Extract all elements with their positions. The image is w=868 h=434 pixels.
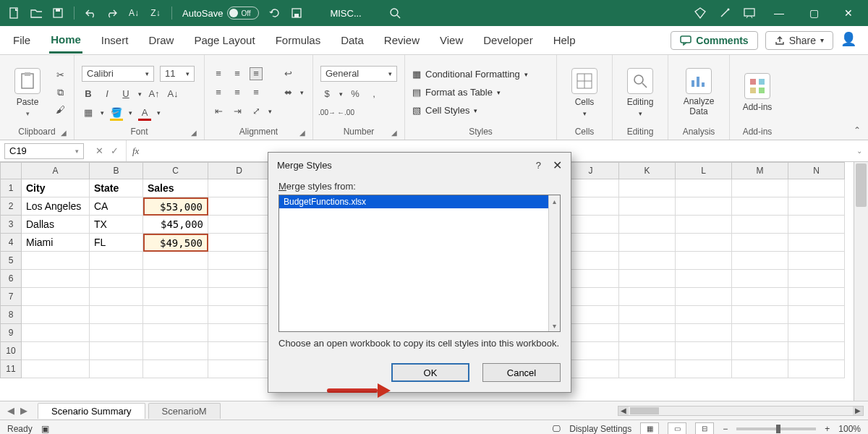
cell[interactable] — [788, 234, 845, 252]
cell[interactable] — [788, 179, 845, 197]
cell[interactable] — [22, 324, 90, 342]
cell[interactable] — [788, 342, 845, 360]
zoom-out-icon[interactable]: − — [723, 424, 728, 434]
row-header[interactable]: 11 — [0, 360, 22, 378]
cell[interactable] — [788, 197, 845, 216]
align-left-icon[interactable]: ≡ — [212, 86, 225, 99]
cell[interactable] — [22, 342, 90, 360]
comments-button[interactable]: Comments — [671, 31, 757, 50]
cell[interactable] — [676, 270, 732, 288]
cell[interactable] — [143, 324, 208, 342]
row-header[interactable]: 5 — [0, 252, 22, 270]
align-center-icon[interactable]: ≡ — [231, 86, 244, 99]
cell[interactable] — [619, 288, 676, 306]
cell[interactable]: $45,000 — [143, 216, 208, 234]
cell[interactable] — [90, 324, 143, 342]
cell[interactable] — [619, 234, 676, 252]
listbox-scrollbar[interactable]: ▴▾ — [548, 195, 560, 331]
name-box[interactable]: C19▾ — [4, 143, 84, 159]
column-header[interactable]: L — [676, 162, 732, 179]
select-all-corner[interactable] — [0, 162, 22, 179]
cell[interactable] — [788, 288, 845, 306]
cell[interactable]: $49,500 — [143, 234, 208, 252]
cell[interactable] — [143, 342, 208, 360]
cell-styles-button[interactable]: ▧Cell Styles▾ — [412, 103, 528, 117]
column-header[interactable]: A — [22, 162, 90, 179]
cell[interactable] — [619, 342, 676, 360]
cell[interactable] — [90, 270, 143, 288]
search-icon[interactable] — [389, 7, 401, 19]
list-item[interactable]: BudgetFunctions.xlsx — [279, 195, 560, 208]
cell[interactable]: Dallas — [22, 216, 90, 234]
increase-font-icon[interactable]: A↑ — [148, 88, 161, 101]
cell[interactable] — [619, 252, 676, 270]
cell[interactable] — [208, 324, 271, 342]
horizontal-scrollbar[interactable]: ◀▶ — [618, 406, 864, 416]
view-page-layout-icon[interactable]: ▭ — [668, 422, 686, 435]
number-format-dropdown[interactable]: General▾ — [320, 66, 397, 82]
cell[interactable]: $53,000 — [143, 197, 208, 216]
open-file-icon[interactable] — [30, 7, 42, 19]
column-header[interactable]: M — [732, 162, 788, 179]
cell[interactable] — [732, 324, 788, 342]
cell[interactable] — [732, 252, 788, 270]
zoom-slider[interactable] — [736, 427, 816, 430]
cell[interactable] — [90, 306, 143, 324]
row-header[interactable]: 9 — [0, 324, 22, 342]
format-as-table-button[interactable]: ▤Format as Table▾ — [412, 85, 528, 99]
refresh-icon[interactable] — [269, 7, 281, 19]
undo-icon[interactable] — [85, 7, 96, 19]
redo-icon[interactable] — [106, 7, 118, 19]
cell[interactable] — [732, 216, 788, 234]
cell[interactable] — [90, 252, 143, 270]
dialog-launcher-icon[interactable]: ◢ — [391, 129, 397, 137]
close-window-button[interactable]: ✕ — [838, 7, 859, 19]
cells-button[interactable]: Cells▾ — [564, 59, 605, 125]
tab-insert[interactable]: Insert — [100, 28, 130, 52]
sort-desc-icon[interactable]: Z↓ — [150, 7, 161, 19]
font-name-dropdown[interactable]: Calibri▾ — [82, 66, 154, 82]
cell[interactable] — [732, 234, 788, 252]
view-normal-icon[interactable]: ▦ — [640, 422, 659, 435]
orientation-icon[interactable]: ⤢ — [250, 105, 263, 118]
cell[interactable] — [732, 288, 788, 306]
cell[interactable] — [732, 306, 788, 324]
share-button[interactable]: Share ▾ — [765, 31, 833, 50]
italic-button[interactable]: I — [101, 88, 114, 101]
cell[interactable] — [208, 288, 271, 306]
cell[interactable] — [676, 342, 732, 360]
new-file-icon[interactable] — [9, 7, 20, 19]
zoom-value[interactable]: 100% — [838, 424, 861, 434]
row-header[interactable]: 10 — [0, 342, 22, 360]
cell[interactable] — [208, 234, 271, 252]
cell[interactable]: Miami — [22, 234, 90, 252]
copy-icon[interactable]: ⧉ — [54, 86, 67, 99]
cell[interactable] — [208, 306, 271, 324]
cell[interactable]: Los Angeles — [22, 197, 90, 216]
cell[interactable] — [90, 342, 143, 360]
tab-file[interactable]: File — [12, 28, 32, 52]
editing-button[interactable]: Editing▾ — [620, 59, 660, 125]
tab-draw[interactable]: Draw — [147, 28, 175, 52]
cancel-button[interactable]: Cancel — [482, 363, 561, 382]
save-icon[interactable] — [52, 7, 64, 19]
expand-formula-icon[interactable]: ⌄ — [851, 147, 868, 155]
sheet-nav-prev-icon[interactable]: ◀ — [7, 405, 14, 416]
minimize-button[interactable]: — — [768, 7, 790, 19]
cell[interactable] — [90, 288, 143, 306]
align-top-icon[interactable]: ≡ — [212, 67, 225, 80]
cell[interactable] — [619, 324, 676, 342]
cell[interactable] — [90, 360, 143, 378]
cell[interactable] — [143, 360, 208, 378]
row-header[interactable]: 6 — [0, 270, 22, 288]
fill-color-button[interactable]: 🪣 — [110, 106, 123, 119]
decrease-font-icon[interactable]: A↓ — [166, 88, 179, 101]
cell[interactable] — [143, 252, 208, 270]
present-icon[interactable] — [744, 7, 755, 19]
row-header[interactable]: 1 — [0, 179, 22, 197]
increase-decimal-icon[interactable]: .00→ — [320, 106, 333, 119]
conditional-formatting-button[interactable]: ▦Conditional Formatting▾ — [412, 67, 528, 81]
cell[interactable]: State — [90, 179, 143, 197]
dialog-close-icon[interactable]: ✕ — [553, 158, 562, 172]
cell[interactable] — [676, 179, 732, 197]
